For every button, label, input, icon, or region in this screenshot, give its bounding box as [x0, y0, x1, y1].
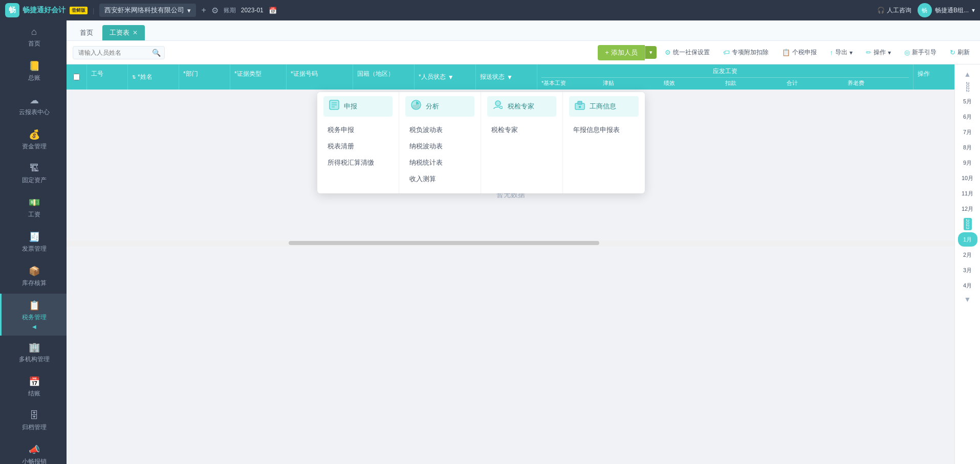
cal-month-4[interactable]: 4月	[958, 278, 977, 293]
tab-close-icon[interactable]: ✕	[133, 29, 138, 36]
add-person-button[interactable]: + 添加人员	[598, 45, 644, 60]
sidebar-label-invoice: 发票管理	[22, 245, 47, 253]
cal-nav-down[interactable]: ▼	[960, 294, 975, 305]
th-id: 工号	[87, 64, 128, 90]
user-area[interactable]: 畅 畅捷通B组... ▾	[918, 3, 975, 17]
cal-month-10[interactable]: 10月	[958, 171, 977, 185]
cal-month-2[interactable]: 2月	[958, 248, 977, 262]
refresh-button[interactable]: ↻ 刷新	[946, 46, 974, 59]
search-input[interactable]	[73, 46, 165, 59]
tab-salary[interactable]: 工资表 ✕	[102, 25, 145, 40]
declaration-title: 申报	[344, 102, 357, 111]
horizontal-scrollbar[interactable]	[67, 241, 954, 246]
sidebar-item-home[interactable]: ⌂ 首页	[0, 20, 67, 54]
user-dropdown-icon: ▾	[972, 7, 975, 14]
th-pension: 养老费	[847, 79, 909, 87]
dropdown-menu[interactable]: 申报 税务申报 税表清册 所得税汇算清缴	[317, 92, 645, 193]
multi-org-icon: 🏢	[29, 342, 40, 353]
sidebar: ⌂ 首页 📒 总账 ☁ 云报表中心 💰 资金管理 🏗 固定资产 💵 工资 🧾 发…	[0, 20, 67, 464]
dropdown-item-tax-fluctuation[interactable]: 税负波动表	[407, 122, 472, 138]
th-checkbox[interactable]	[67, 64, 87, 90]
dropdown-item-tax-payment[interactable]: 纳税波动表	[407, 138, 472, 154]
add-company-icon[interactable]: +	[201, 6, 206, 15]
cal-month-12[interactable]: 12月	[958, 202, 977, 216]
svg-point-10	[495, 101, 500, 106]
cal-month-11[interactable]: 11月	[958, 186, 977, 201]
sidebar-item-salary[interactable]: 💵 工资	[0, 191, 67, 225]
dropdown-col-analysis: 分析 税负波动表 纳税波动表 纳税统计表 收入测算	[399, 92, 481, 193]
company-selector[interactable]: 西安虾米网络科技有限公司 ▾	[99, 4, 196, 17]
refresh-icon: ↻	[950, 49, 955, 56]
dropdown-item-tax-check[interactable]: 税检专家	[489, 122, 554, 138]
archive-icon: 🗄	[30, 410, 39, 421]
sidebar-item-promo[interactable]: 📣 小畅报销	[0, 438, 67, 464]
main-layout: ⌂ 首页 📒 总账 ☁ 云报表中心 💰 资金管理 🏗 固定资产 💵 工资 🧾 发…	[0, 20, 980, 464]
dropdown-col-header-declaration: 申报	[323, 96, 393, 117]
tab-home[interactable]: 首页	[73, 25, 100, 40]
sidebar-item-fund[interactable]: 💰 资金管理	[0, 123, 67, 157]
dropdown-item-tax-table[interactable]: 税表清册	[325, 138, 390, 154]
dropdown-item-tax-declaration[interactable]: 税务申报	[325, 122, 390, 138]
sidebar-item-tax[interactable]: 📋 税务管理 ◀	[0, 294, 67, 336]
sidebar-item-ledger[interactable]: 📒 总账	[0, 54, 67, 89]
status-filter-icon[interactable]: ▼	[448, 74, 454, 81]
sidebar-label-ledger: 总账	[28, 74, 40, 82]
select-all-checkbox[interactable]	[73, 74, 80, 80]
export-button[interactable]: ↑ 导出 ▾	[826, 46, 857, 59]
calendar-icon[interactable]: 📅	[269, 7, 277, 14]
table-header-row1: 工号 ⇅*姓名 *部门 *证据类型 *证据号码 国籍（地区） *人员状态 ▼ 报…	[67, 64, 954, 90]
tab-bar: 首页 工资表 ✕	[67, 20, 980, 41]
th-salary-group: 应发工资 *基本工资 津贴 绩效 扣款 合计 养老费	[537, 64, 913, 90]
sidebar-item-cloud-report[interactable]: ☁ 云报表中心	[0, 89, 67, 123]
tab-salary-label: 工资表	[110, 28, 129, 37]
cal-month-6[interactable]: 6月	[958, 109, 977, 124]
dropdown-item-tax-stats[interactable]: 纳税统计表	[407, 154, 472, 171]
sidebar-item-archive[interactable]: 🗄 归档管理	[0, 404, 67, 438]
prev-year-label: 2022	[965, 82, 970, 92]
top-bar: 畅 畅捷通好会计 尝鲜版 | 西安虾米网络科技有限公司 ▾ + ⚙ 账期 202…	[0, 0, 980, 20]
user-avatar: 畅	[918, 3, 932, 17]
dropdown-col-business-info: 工商信息 年报信息申报表	[563, 92, 645, 193]
sidebar-item-multi-org[interactable]: 🏢 多机构管理	[0, 336, 67, 370]
dropdown-item-annual-report[interactable]: 年报信息申报表	[571, 122, 637, 138]
add-person-dropdown-button[interactable]: ▾	[645, 46, 657, 59]
dropdown-item-income-estimate[interactable]: 收入测算	[407, 171, 472, 187]
special-deduction-button[interactable]: 🏷 专项附加扣除	[719, 46, 773, 59]
sidebar-item-fixed-assets[interactable]: 🏗 固定资产	[0, 157, 67, 191]
cal-month-7[interactable]: 7月	[958, 125, 977, 139]
cal-nav-up[interactable]: ▲	[960, 69, 975, 80]
declaration-icon	[329, 99, 340, 113]
search-wrap: 🔍	[73, 46, 165, 59]
sidebar-item-period-end[interactable]: 📅 结账	[0, 370, 67, 404]
settings-icon[interactable]: ⚙	[211, 6, 219, 15]
sidebar-label-tax: 税务管理	[22, 313, 47, 322]
cal-month-9[interactable]: 9月	[958, 156, 977, 170]
special-deduction-icon: 🏷	[723, 49, 730, 56]
th-send: 报送状态 ▼	[476, 64, 537, 90]
salary-icon: 💵	[29, 197, 40, 208]
logo-area: 畅 畅捷通好会计 尝鲜版	[5, 3, 88, 17]
content-area: 首页 工资表 ✕ 🔍 + 添加人员 ▾ ⚙	[67, 20, 980, 464]
cal-month-5[interactable]: 5月	[958, 94, 977, 108]
tab-home-label: 首页	[80, 29, 93, 36]
guide-button[interactable]: ◎ 新手引导	[900, 46, 941, 59]
dropdown-col-header-business-info: 工商信息	[569, 96, 639, 117]
guide-toolbar-icon: ◎	[904, 49, 910, 56]
cal-month-1[interactable]: 1月	[958, 232, 977, 247]
dropdown-item-income-tax[interactable]: 所得税汇算清缴	[325, 154, 390, 171]
toolbar-actions: ⚙ 统一社保设置 🏷 专项附加扣除 📋 个税申报 ↑ 导出 ▾ ✏	[661, 46, 974, 59]
sidebar-item-invoice[interactable]: 🧾 发票管理	[0, 225, 67, 259]
th-status: *人员状态 ▼	[415, 64, 476, 90]
svg-rect-16	[579, 106, 581, 108]
send-filter-icon[interactable]: ▼	[507, 74, 513, 81]
operations-button[interactable]: ✏ 操作 ▾	[862, 46, 895, 59]
sidebar-label-promo: 小畅报销	[22, 457, 47, 464]
sidebar-item-inventory[interactable]: 📦 库存核算	[0, 259, 67, 294]
cal-month-3[interactable]: 3月	[958, 263, 977, 277]
personal-tax-button[interactable]: 📋 个税申报	[778, 46, 821, 59]
scrollbar-thumb[interactable]	[289, 241, 599, 245]
social-insurance-button[interactable]: ⚙ 统一社保设置	[661, 46, 714, 59]
support-button[interactable]: 🎧 人工咨询	[877, 6, 911, 15]
cal-month-8[interactable]: 8月	[958, 140, 977, 154]
sidebar-label-home: 首页	[28, 39, 40, 48]
